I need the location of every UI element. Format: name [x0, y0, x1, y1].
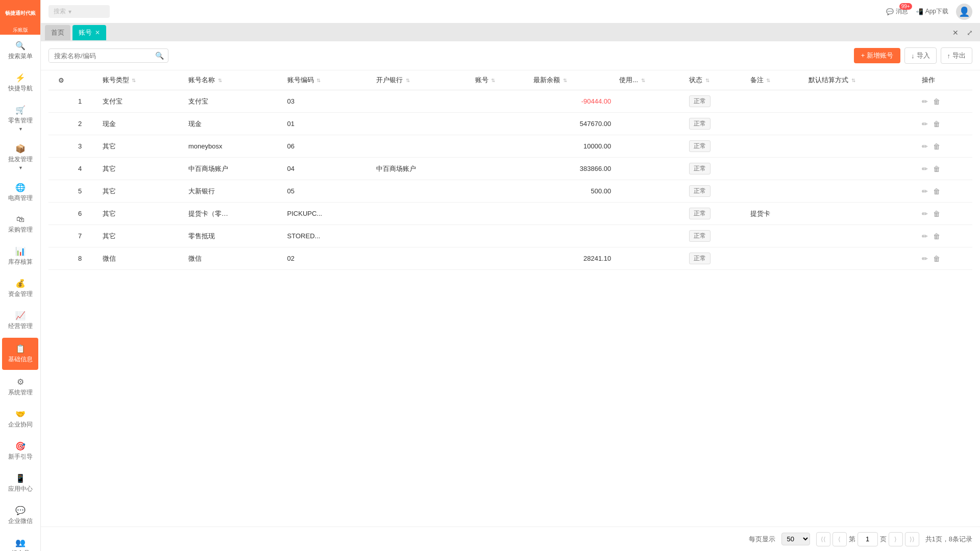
- last-page-button[interactable]: ⟩⟩: [905, 532, 919, 546]
- message-button[interactable]: 💬 消息 99+: [886, 7, 908, 16]
- delete-icon[interactable]: 🗑: [933, 210, 940, 218]
- sidebar-item-basic-info[interactable]: 📋 基础信息: [2, 338, 38, 370]
- cell-usage: [615, 90, 685, 113]
- sidebar-item-label: 采购管理: [8, 226, 33, 234]
- search-input[interactable]: [49, 49, 151, 62]
- edit-icon[interactable]: ✏: [922, 97, 928, 106]
- cell-row-num: 7: [74, 225, 99, 247]
- sidebar-item-wholesale-mgmt[interactable]: 📦 批发管理 ▼: [0, 138, 40, 177]
- content-area: 🔍 + 新增账号 ↓ 导入 ↑ 导出: [41, 41, 980, 551]
- import-button[interactable]: ↓ 导入: [904, 47, 937, 64]
- sidebar-item-label: 批发管理: [8, 155, 33, 164]
- col-settings[interactable]: ⚙: [48, 70, 74, 90]
- edit-icon[interactable]: ✏: [922, 232, 928, 240]
- edit-icon[interactable]: ✏: [922, 142, 928, 151]
- col-account-code[interactable]: 账号编码 ⇅: [283, 70, 372, 90]
- col-account-name[interactable]: 账号名称 ⇅: [184, 70, 283, 90]
- cell-bank: [372, 135, 471, 158]
- cell-account-name: 支付宝: [184, 90, 283, 113]
- chevron-down-icon: ▼: [18, 127, 23, 132]
- tab-account[interactable]: 账号 ✕: [72, 25, 106, 40]
- next-page-button[interactable]: ⟩: [889, 532, 903, 546]
- sidebar-item-newbie-guide[interactable]: 🎯 新手引导: [0, 435, 40, 467]
- cell-balance: 547670.00: [529, 113, 615, 135]
- delete-icon[interactable]: 🗑: [933, 165, 940, 173]
- sidebar-item-member[interactable]: 👥 畅会员: [0, 532, 40, 551]
- sidebar-item-corp-agreement[interactable]: 🤝 企业协同: [0, 403, 40, 435]
- edit-icon[interactable]: ✏: [922, 120, 928, 128]
- col-account-no[interactable]: 账号 ⇅: [471, 70, 530, 90]
- edit-icon[interactable]: ✏: [922, 210, 928, 218]
- col-default-settle[interactable]: 默认结算方式 ⇅: [804, 70, 918, 90]
- tab-close-icon[interactable]: ✕: [95, 29, 100, 36]
- cell-row-num: 5: [74, 180, 99, 203]
- col-row-num: [74, 70, 99, 90]
- sidebar-item-label: 企业微信: [8, 517, 33, 525]
- sidebar-item-retail-mgmt[interactable]: 🛒 零售管理 ▼: [0, 99, 40, 138]
- sidebar-item-inventory-check[interactable]: 📊 库存核算: [0, 240, 40, 272]
- prev-page-button[interactable]: ⟨: [832, 532, 847, 546]
- col-account-type[interactable]: 账号类型 ⇅: [99, 70, 184, 90]
- tab-close-button[interactable]: ✕: [949, 27, 962, 39]
- per-page-label: 每页显示: [749, 535, 775, 544]
- app-download-button[interactable]: 📲 App下载: [916, 7, 948, 16]
- sidebar-item-app-center[interactable]: 📱 应用中心: [0, 467, 40, 499]
- sidebar-item-label: 应用中心: [8, 485, 33, 493]
- sidebar-item-corp-wechat[interactable]: 💬 企业微信: [0, 499, 40, 532]
- user-avatar[interactable]: 👤: [956, 4, 972, 20]
- sidebar-item-sys-mgmt[interactable]: ⚙ 系统管理: [0, 371, 40, 403]
- col-usage[interactable]: 使用... ⇅: [615, 70, 685, 90]
- export-button[interactable]: ↑ 导出: [941, 47, 973, 64]
- add-account-button[interactable]: + 新增账号: [854, 48, 900, 63]
- sidebar-item-label: 畅会员: [11, 549, 30, 551]
- sort-icon: ⇅: [406, 78, 410, 83]
- tab-account-label: 账号: [79, 28, 92, 37]
- search-menu-icon: 🔍: [15, 41, 26, 51]
- edit-icon[interactable]: ✏: [922, 255, 928, 263]
- sidebar-item-ecommerce-mgmt[interactable]: 🌐 电商管理: [0, 177, 40, 209]
- col-status[interactable]: 状态 ⇅: [685, 70, 746, 90]
- cell-default-settle: [804, 180, 918, 203]
- search-submit-button[interactable]: 🔍: [151, 49, 168, 62]
- delete-icon[interactable]: 🗑: [933, 232, 940, 240]
- quick-nav-icon: ⚡: [15, 73, 26, 83]
- page-number-input[interactable]: [857, 532, 878, 546]
- sidebar-item-label: 系统管理: [8, 388, 33, 397]
- col-remark[interactable]: 备注 ⇅: [746, 70, 805, 90]
- edit-icon[interactable]: ✏: [922, 187, 928, 195]
- cell-row-num: 3: [74, 135, 99, 158]
- cell-account-no: [471, 225, 530, 247]
- delete-icon[interactable]: 🗑: [933, 255, 940, 263]
- delete-icon[interactable]: 🗑: [933, 142, 940, 151]
- sidebar-item-capital-mgmt[interactable]: 💰 资金管理: [0, 272, 40, 305]
- sort-icon: ⇅: [563, 78, 567, 83]
- tab-home[interactable]: 首页: [45, 25, 70, 40]
- search-box: 🔍: [48, 48, 168, 63]
- col-balance[interactable]: 最新余额 ⇅: [529, 70, 615, 90]
- cell-account-code: STORED...: [283, 225, 372, 247]
- cell-bank: [372, 180, 471, 203]
- sidebar-item-purchase-mgmt[interactable]: 🛍 采购管理: [0, 209, 40, 240]
- cell-row-num: 1: [74, 90, 99, 113]
- edit-icon[interactable]: ✏: [922, 165, 928, 173]
- header-search-box[interactable]: 搜索 ▾: [48, 5, 110, 18]
- cell-account-type: 其它: [99, 203, 184, 225]
- cell-remark: [746, 247, 805, 270]
- tab-maximize-button[interactable]: ⤢: [964, 27, 976, 39]
- chevron-down-icon: ▾: [68, 8, 71, 15]
- action-buttons: + 新增账号 ↓ 导入 ↑ 导出: [854, 47, 972, 64]
- cell-account-name: moneybosx: [184, 135, 283, 158]
- per-page-select[interactable]: 50 20 100: [781, 533, 810, 545]
- cell-row-num: 6: [74, 203, 99, 225]
- delete-icon[interactable]: 🗑: [933, 97, 940, 106]
- first-page-button[interactable]: ⟨⟨: [816, 532, 830, 546]
- cell-settings: [48, 158, 74, 180]
- sidebar-item-quick-nav[interactable]: ⚡ 快捷导航: [0, 67, 40, 99]
- delete-icon[interactable]: 🗑: [933, 187, 940, 195]
- col-bank[interactable]: 开户银行 ⇅: [372, 70, 471, 90]
- sidebar-item-operations-mgmt[interactable]: 📈 经营管理: [0, 305, 40, 337]
- cell-account-name: 现金: [184, 113, 283, 135]
- sidebar-item-search-menu[interactable]: 🔍 搜索菜单: [0, 35, 40, 67]
- delete-icon[interactable]: 🗑: [933, 120, 940, 128]
- cell-status: 正常: [685, 90, 746, 113]
